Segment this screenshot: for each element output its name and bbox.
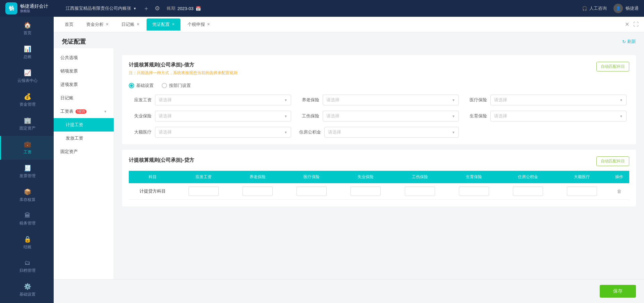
table-header: 科目 应发工资 养老保险 医疗保险 失业保险 工伤保险 生育保险 住房公积金 大 <box>129 171 629 183</box>
logo-area: 畅 畅捷通好会计 旗舰版 <box>5 2 59 14</box>
sidebar-item-tax[interactable]: 🏛 税务管理 <box>0 207 54 231</box>
form-item-sybx2: 生育保险 请选择 ▼ <box>467 111 627 121</box>
user-area[interactable]: 👤 畅捷通 <box>613 4 639 13</box>
sidebar-label-inventory: 库存核算 <box>19 197 36 203</box>
select-gjj[interactable]: 请选择 ▼ <box>324 127 459 138</box>
form-item-ylbx2: 医疗保险 请选择 ▼ <box>467 95 627 105</box>
form-item-yfgz: 应发工资 请选择 ▼ <box>131 95 291 105</box>
cell-yfgz <box>177 183 231 200</box>
tab-funds[interactable]: 资金分析 ✕ <box>80 18 114 31</box>
tab-tax-label: 个税申报 <box>187 21 205 28</box>
sidebar-item-inventory[interactable]: 📦 库存核算 <box>0 184 54 207</box>
input-ylbx2[interactable] <box>297 187 327 196</box>
refresh-button[interactable]: ↻ 刷新 <box>622 39 636 45</box>
company-selector[interactable]: 江西服宝精品有限责任公司内账张 ▼ <box>66 5 137 11</box>
col-ylbx: 养老保险 <box>231 171 285 183</box>
tab-actions: ✕ ⛶ <box>625 21 639 28</box>
content-area: 首页 资金分析 ✕ 日记账 ✕ 凭证配置 ✕ 个税申报 ✕ ✕ ⛶ <box>54 17 644 303</box>
radio-basic[interactable]: 基础设置 <box>129 83 154 89</box>
sidebar-item-close[interactable]: 🔒 结账 <box>0 231 54 255</box>
invoice-icon: 🧾 <box>24 164 31 172</box>
sidebar-item-basic[interactable]: ⚙️ 基础设置 <box>0 278 54 302</box>
radio-dept[interactable]: 按部门设置 <box>162 83 191 89</box>
tab-close-all-icon[interactable]: ✕ <box>625 21 629 28</box>
sidebar-label-close: 结账 <box>23 244 32 250</box>
input-ylbx[interactable] <box>243 187 273 196</box>
calendar-icon[interactable]: 📅 <box>196 6 201 11</box>
settings-icon[interactable]: ⚙ <box>155 5 160 12</box>
company-name: 江西服宝精品有限责任公司内账张 <box>66 5 131 11</box>
label-gsbx: 工伤保险 <box>299 113 319 119</box>
select-gsbx[interactable]: 请选择 ▼ <box>323 111 459 121</box>
select-ylbx[interactable]: 请选择 ▼ <box>323 95 459 105</box>
select-ylbx2[interactable]: 请选择 ▼ <box>490 95 627 105</box>
cell-action: 🗑 <box>609 183 629 200</box>
sidebar-item-archive[interactable]: 🗂 归档管理 <box>0 255 54 278</box>
sub-nav-wage-calc[interactable]: 计提工资 <box>54 118 114 132</box>
cell-ylbx2 <box>285 183 339 200</box>
sidebar-label-tax: 税务管理 <box>19 220 36 226</box>
sub-nav-journal[interactable]: 日记账 <box>54 91 114 105</box>
new-badge: NEW <box>75 109 87 114</box>
tab-tax-close[interactable]: ✕ <box>207 22 210 27</box>
input-sybx2[interactable] <box>459 187 489 196</box>
tab-tax[interactable]: 个税申报 ✕ <box>182 18 216 31</box>
input-sybx[interactable] <box>351 187 381 196</box>
sidebar-item-home[interactable]: 🏠 首页 <box>0 17 54 41</box>
chevron-down-icon: ▼ <box>133 7 137 10</box>
select-sybx2[interactable]: 请选择 ▼ <box>490 111 627 121</box>
tab-voucher[interactable]: 凭证配置 ✕ <box>147 18 180 31</box>
sub-nav-wage-table[interactable]: 工资表 NEW ▼ <box>54 105 114 118</box>
cell-subject-label: 计提贷方科目 <box>129 183 177 200</box>
col-ylbx2: 医疗保险 <box>285 171 339 183</box>
chevron-gjj: ▼ <box>452 131 455 134</box>
headset-icon: 🎧 <box>582 6 587 11</box>
delete-row-button[interactable]: 🗑 <box>617 189 622 194</box>
chevron-yfgz: ▼ <box>284 98 287 102</box>
page-header: 凭证配置 ↻ 刷新 <box>54 32 644 48</box>
debit-form-grid: 应发工资 请选择 ▼ 养老保险 请选择 ▼ <box>129 95 629 138</box>
input-gjj[interactable] <box>513 187 543 196</box>
assets-icon: 🏢 <box>24 117 31 124</box>
sub-nav-fixed-asset[interactable]: 固定资产 <box>54 145 114 158</box>
debit-section-title: 计提核算规则(公司承担)-借方 <box>129 62 237 68</box>
main-layout: 🏠 首页 📊 总账 📈 云报表中心 💰 资金管理 🏢 固定资产 💼 工资 🧾 发… <box>0 17 644 303</box>
chevron-sybx2: ▼ <box>620 114 623 118</box>
save-btn-area: 保存 <box>54 279 644 303</box>
sidebar-item-general[interactable]: 📊 总账 <box>0 41 54 64</box>
sidebar-item-funds[interactable]: 💰 资金管理 <box>0 88 54 112</box>
sub-nav-public[interactable]: 公共选项 <box>54 51 114 64</box>
tab-expand-icon[interactable]: ⛶ <box>633 21 639 28</box>
col-sybx2: 生育保险 <box>447 171 501 183</box>
sidebar-item-salary[interactable]: 💼 工资 <box>0 136 54 160</box>
tab-journal-close[interactable]: ✕ <box>137 22 140 27</box>
sidebar-item-invoice[interactable]: 🧾 发票管理 <box>0 160 54 184</box>
auto-match-debit-button[interactable]: 自动匹配科目 <box>596 62 629 71</box>
tab-home[interactable]: 首页 <box>59 18 79 31</box>
sub-nav-sales[interactable]: 销项发票 <box>54 64 114 78</box>
home-icon: 🏠 <box>24 21 31 29</box>
inner-layout: 公共选项 销项发票 进项发票 日记账 工资表 NEW ▼ <box>54 48 644 279</box>
sidebar-item-reports[interactable]: 📈 云报表中心 <box>0 64 54 88</box>
sidebar-label-archive: 归档管理 <box>19 268 36 273</box>
sub-nav-wage-pay[interactable]: 发放工资 <box>54 132 114 145</box>
chevron-ylbx2: ▼ <box>620 98 623 102</box>
sidebar-item-assets[interactable]: 🏢 固定资产 <box>0 112 54 136</box>
radio-dept-label: 按部门设置 <box>169 83 191 89</box>
service-button[interactable]: 🎧 人工咨询 <box>582 5 607 11</box>
input-yfgz[interactable] <box>189 187 219 196</box>
tab-voucher-close[interactable]: ✕ <box>172 22 175 27</box>
select-sybx[interactable]: 请选择 ▼ <box>155 111 291 121</box>
auto-match-credit-button[interactable]: 自动匹配科目 <box>596 156 629 166</box>
sidebar: 🏠 首页 📊 总账 📈 云报表中心 💰 资金管理 🏢 固定资产 💼 工资 🧾 发… <box>0 17 54 303</box>
tab-journal[interactable]: 日记账 ✕ <box>116 18 145 31</box>
select-yfgz[interactable]: 请选择 ▼ <box>155 95 291 105</box>
sub-nav-purchase[interactable]: 进项发票 <box>54 78 114 91</box>
save-button[interactable]: 保存 <box>600 285 636 298</box>
label-dely: 大额医疗 <box>131 129 152 135</box>
tab-funds-close[interactable]: ✕ <box>106 22 109 27</box>
select-dely[interactable]: 请选择 ▼ <box>155 127 291 138</box>
input-gsbx[interactable] <box>405 187 435 196</box>
add-icon[interactable]: ＋ <box>143 4 149 12</box>
input-dely[interactable] <box>567 187 597 196</box>
